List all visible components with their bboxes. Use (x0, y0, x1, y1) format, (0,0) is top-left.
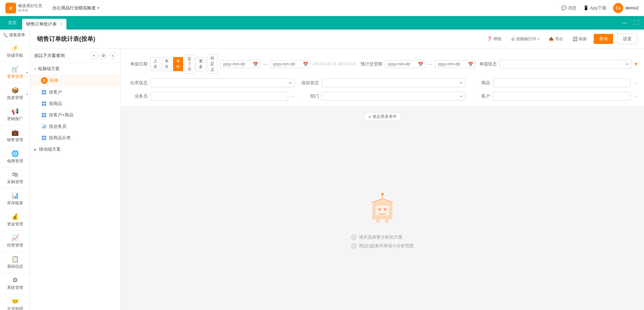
svg-rect-10 (42, 113, 44, 115)
salesman-dots[interactable]: ··· (291, 94, 295, 99)
inner-layout: 按以下方案查询 + ⚙ « ▾ (30, 49, 644, 310)
refresh-icon: 🔄 (573, 37, 578, 41)
scheme-settings-button[interactable]: ⚙ (100, 52, 107, 59)
sidebar-item-retail[interactable]: 🛒 零售管理 ▾ (0, 62, 30, 83)
scheme-item-by-customer-goods[interactable]: 按客户+商品 (30, 109, 120, 121)
app-download-action[interactable]: 📱 App下载 (583, 5, 606, 11)
salesman-input[interactable] (150, 92, 288, 101)
svg-rect-17 (42, 136, 44, 138)
logo-text: 畅捷通好生意 标准版 (18, 3, 42, 12)
goods-input[interactable] (493, 79, 631, 87)
message-action[interactable]: 💬 消息 (561, 5, 577, 11)
scheme-item-by-customer[interactable]: 按客户 (30, 87, 120, 98)
sidebar-item-wholesale[interactable]: 📦 批发管理 ▴ (0, 83, 30, 104)
date-btn-more[interactable]: 更多 (196, 57, 206, 71)
tab-minimize-button[interactable]: — (620, 18, 629, 28)
date-btn-this-month[interactable]: 本月 (162, 57, 172, 71)
sidebar-item-system[interactable]: ⚙ 系统管理 (0, 273, 30, 294)
sidebar-item-shortcuts[interactable]: ⚡ 快捷导航 (0, 41, 30, 62)
sidebar-item-finance[interactable]: 💰 资金管理 (0, 210, 30, 231)
delivery-separator: — (428, 61, 432, 66)
svg-rect-4 (42, 93, 44, 94)
customer-label: 客户 (470, 93, 490, 99)
date-to-input[interactable] (270, 60, 310, 68)
svg-rect-15 (44, 126, 44, 128)
empty-tip-1: ① 请先选择要分析的方案 (351, 234, 414, 240)
status-dropdown-icon[interactable]: ▾ (635, 61, 637, 67)
sidebar-item-search[interactable]: 🔍 搜索菜单 (0, 30, 30, 41)
template-print-button[interactable]: 🖨 按模板打印 ▾ (508, 35, 542, 43)
collapse-button[interactable]: ∧ 收起更多条件 (364, 112, 401, 121)
tip-num-1: ① (351, 234, 357, 240)
settings-button[interactable]: 设置 (617, 34, 637, 44)
date-btn-this-year[interactable]: 本年 (173, 57, 183, 71)
system-icon: ⚙ (12, 276, 18, 284)
svg-rect-11 (44, 113, 46, 115)
sidebar-item-marketing[interactable]: 📢 营销推广 (0, 104, 30, 125)
scheme-category-mobile[interactable]: ▶ 移动端方案 (30, 144, 120, 155)
collapse-icon: ∧ (368, 114, 371, 119)
filter-panel: 单据日期 上月 本月 本年 近7天 更多 自定义 � (121, 49, 644, 310)
refresh-button[interactable]: 🔄 刷新 (570, 35, 590, 43)
message-label: 消息 (568, 5, 577, 11)
ecommerce-icon: 🌐 (11, 150, 19, 157)
sidebar-item-sales[interactable]: 💼 销售管理 (0, 125, 30, 147)
order-status-select[interactable] (499, 60, 632, 68)
date-from-wrap: 📅 (220, 60, 260, 68)
main-layout: 🔍 搜索菜单 ⚡ 快捷导航 🛒 零售管理 ▾ 📦 批发管理 ▴ 📢 营销推广 💼… (0, 30, 644, 310)
delivery-from-input[interactable] (385, 60, 425, 68)
collapse-bar[interactable]: ∧ 收起更多条件 (121, 109, 644, 124)
scheme-category-pc[interactable]: ▾ 电脑端方案 (30, 63, 120, 74)
tab-active[interactable]: 销售订单统计表 × (22, 19, 66, 30)
date-btn-custom[interactable]: 自定义 (207, 54, 217, 74)
customer-input[interactable] (493, 92, 631, 101)
order-status-group: 单据状态 ▾ (479, 60, 637, 68)
sidebar: 🔍 搜索菜单 ⚡ 快捷导航 🛒 零售管理 ▾ 📦 批发管理 ▴ 📢 营销推广 💼… (0, 30, 30, 310)
sidebar-item-purchase[interactable]: 🛍 采购管理 (0, 168, 30, 189)
home-tab-label: 首页 (8, 20, 17, 26)
scheme-add-button[interactable]: + (90, 52, 98, 59)
scheme-item-by-salesman[interactable]: 按业务员 (30, 121, 120, 132)
help-button[interactable]: ❓ 帮助 (484, 35, 504, 43)
tab-home[interactable]: 首页 (3, 16, 22, 30)
dept-select[interactable] (322, 92, 466, 101)
scheme-item-by-goods[interactable]: 按商品 (30, 98, 120, 109)
logo-area: 好 畅捷通好生意 标准版 (5, 3, 42, 13)
delivery-status-select[interactable] (150, 79, 295, 87)
date-from-input[interactable] (220, 60, 260, 68)
retail-arrow-icon: ▾ (26, 71, 28, 74)
marketing-icon: 📢 (11, 108, 19, 115)
sidebar-item-ecommerce[interactable]: 🌐 电商管理 (0, 147, 30, 168)
goods-dots[interactable]: ··· (633, 80, 637, 86)
sidebar-item-basic[interactable]: 📋 基础信息 (0, 252, 30, 273)
customer-dots[interactable]: ··· (633, 94, 637, 99)
query-button[interactable]: 查询 (594, 34, 613, 44)
svg-rect-9 (44, 104, 46, 106)
top-bar-right: 💬 消息 📱 App下载 Ea demo2 (561, 3, 639, 13)
svg-rect-28 (385, 219, 388, 223)
sidebar-item-enterprise[interactable]: 🤝 企业协同 (0, 294, 30, 310)
tab-close-button[interactable]: × (60, 22, 62, 27)
delivery-status-label: 出库状态 (127, 80, 148, 86)
expected-delivery-group: 预计交货期 📅 — 📅 (361, 60, 475, 68)
breadcrumb-title: 办公用品行业模拟账套 (52, 5, 96, 11)
sidebar-item-operations[interactable]: 📈 经营管理 (0, 231, 30, 252)
export-button[interactable]: 📤 导出 (546, 35, 566, 43)
breadcrumb-arrow-icon[interactable]: ▾ (97, 5, 100, 10)
scheme-collapse-button[interactable]: « (109, 52, 116, 59)
top-bar-left: 好 畅捷通好生意 标准版 办公用品行业模拟账套 ▾ (5, 3, 100, 13)
sidebar-item-inventory[interactable]: 📊 库存核算 (0, 189, 30, 210)
goods-label: 商品 (470, 80, 490, 86)
payment-status-select[interactable] (322, 79, 466, 87)
export-icon: 📤 (549, 37, 554, 41)
tip-num-2: ② (351, 243, 357, 249)
svg-rect-8 (42, 104, 44, 106)
scheme-item-by-goods-category[interactable]: 按商品分类 (30, 132, 120, 144)
date-btn-last-month[interactable]: 上月 (150, 57, 160, 71)
user-area[interactable]: Ea demo2 (613, 3, 639, 13)
tab-maximize-button[interactable]: ⛶ (632, 18, 641, 28)
date-btn-last-7-days[interactable]: 近7天 (184, 55, 195, 73)
scheme-item-by-order[interactable]: 按 按单 (30, 74, 120, 87)
delivery-to-input[interactable] (435, 60, 475, 68)
svg-rect-14 (42, 127, 43, 128)
